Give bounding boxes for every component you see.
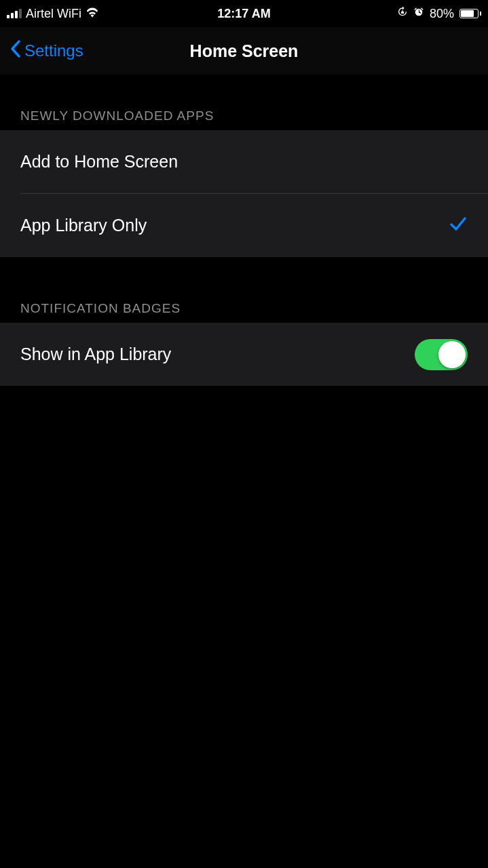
battery-percentage: 80% [430,7,454,21]
option-add-to-home-screen[interactable]: Add to Home Screen [0,130,488,193]
cellular-signal-icon [7,9,22,18]
content-area: NEWLY DOWNLOADED APPS Add to Home Screen… [0,75,488,386]
back-button[interactable]: Settings [10,39,83,62]
option-app-library-only[interactable]: App Library Only [0,194,488,257]
status-right-group: 80% [397,7,481,21]
status-left-group: Airtel WiFi [7,7,99,21]
option-label: App Library Only [20,216,147,235]
back-label: Settings [24,41,83,60]
status-bar: Airtel WiFi 12:17 AM 80% [0,0,488,27]
toggle-show-in-app-library[interactable] [415,339,468,370]
rotation-lock-icon [397,7,408,21]
wifi-icon [86,7,99,21]
navigation-bar: Settings Home Screen [0,27,488,75]
carrier-label: Airtel WiFi [26,7,81,21]
row-show-in-app-library: Show in App Library [0,323,488,386]
page-title: Home Screen [190,41,299,61]
status-time: 12:17 AM [217,7,270,21]
toggle-knob [438,341,466,368]
cell-group-notification-badges: Show in App Library [0,323,488,386]
alarm-icon [413,7,424,21]
section-header-newly-downloaded: NEWLY DOWNLOADED APPS [0,75,488,130]
battery-icon [459,9,481,18]
checkmark-icon [449,214,468,237]
cell-group-newly-downloaded: Add to Home Screen App Library Only [0,130,488,257]
toggle-label: Show in App Library [20,344,171,364]
chevron-left-icon [10,39,22,62]
option-label: Add to Home Screen [20,152,178,172]
section-header-notification-badges: NOTIFICATION BADGES [0,257,488,323]
